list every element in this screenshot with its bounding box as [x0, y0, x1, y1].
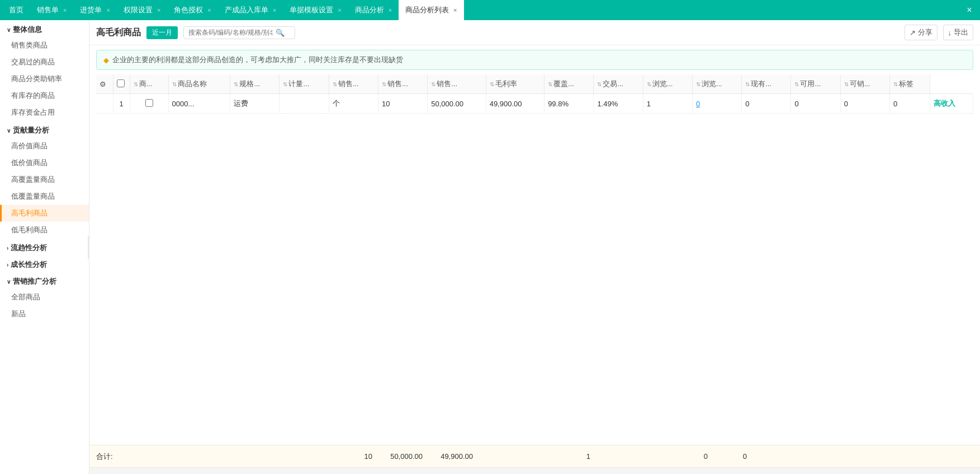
sidebar-item-0-0[interactable]: 销售类商品	[0, 37, 89, 54]
col-header-coverage[interactable]: ⇅覆盖...	[545, 74, 594, 94]
col-header-tag[interactable]: ⇅标签	[889, 74, 930, 94]
col-header-sale_amount[interactable]: ⇅销售...	[378, 74, 427, 94]
sort-icon: ⇅	[794, 81, 799, 87]
sidebar-group-4[interactable]: ∨营销推广分析	[0, 272, 89, 289]
tab-close-icon[interactable]: ×	[273, 7, 276, 13]
footer-current-stock: 0	[672, 452, 711, 461]
export-button[interactable]: ↓ 导出	[943, 25, 974, 40]
cell-current_stock: 0	[791, 94, 840, 114]
content-header: 高毛利商品 近一月 🔍 ↗ 分享 ↓ 导出	[89, 20, 980, 45]
sort-icon: ⇅	[647, 81, 651, 87]
nav-tab-单据模板设置[interactable]: 单据模板设置×	[283, 0, 348, 20]
cell-spec	[280, 94, 329, 114]
nav-tab-角色授权[interactable]: 角色授权×	[167, 0, 217, 20]
group-arrow-icon: ›	[7, 245, 8, 251]
nav-tab-权限设置[interactable]: 权限设置×	[117, 0, 167, 20]
bottom-scrollbar[interactable]	[89, 467, 980, 474]
sidebar-item-1-0[interactable]: 高价值商品	[0, 138, 89, 154]
sidebar-item-0-1[interactable]: 交易过的商品	[0, 54, 89, 71]
cell-usable_stock: 0	[840, 94, 889, 114]
main-container: « ∨整体信息销售类商品交易过的商品商品分类助销率有库存的商品库存资金占用∨贡献…	[0, 20, 980, 474]
sidebar-item-4-0[interactable]: 全部商品	[0, 289, 89, 306]
col-header-usable_stock[interactable]: ⇅可用...	[791, 74, 840, 94]
sidebar-group-1[interactable]: ∨贡献量分析	[0, 121, 89, 138]
cell-gross_margin: 99.8%	[545, 94, 594, 114]
col-header-sale_qty[interactable]: ⇅销售...	[329, 74, 378, 94]
cell-sale_profit: 49,900.00	[486, 94, 544, 114]
group-arrow-icon: ∨	[7, 279, 11, 285]
sidebar-item-1-2[interactable]: 高覆盖量商品	[0, 171, 89, 188]
sidebar-group-0[interactable]: ∨整体信息	[0, 20, 89, 37]
tab-close-icon[interactable]: ×	[157, 7, 160, 13]
cell-name: 运费	[230, 94, 280, 114]
col-header-name[interactable]: ⇅商品名称	[168, 74, 230, 94]
top-nav: 首页销售单×进货单×权限设置×角色授权×产成品入库单×单据模板设置×商品分析×商…	[0, 0, 980, 20]
share-button[interactable]: ↗ 分享	[905, 25, 938, 40]
col-header-browse2[interactable]: ⇅浏览...	[692, 74, 741, 94]
sidebar-item-1-4[interactable]: 高毛利商品	[0, 205, 89, 222]
search-input[interactable]	[188, 29, 272, 36]
col-header-spec[interactable]: ⇅规格...	[230, 74, 280, 94]
footer-cells: 10 50,000.00 49,900.00 1 0 0	[130, 452, 973, 461]
sidebar-item-1-3[interactable]: 低覆盖量商品	[0, 188, 89, 205]
group-arrow-icon: ›	[7, 262, 8, 268]
table-row: 10000...运费个1050,000.0049,900.0099.8%1.49…	[96, 94, 973, 114]
sidebar-item-4-1[interactable]: 新品	[0, 306, 89, 322]
tab-close-icon[interactable]: ×	[338, 7, 341, 13]
sort-icon: ⇅	[490, 81, 494, 87]
tab-close-icon[interactable]: ×	[453, 7, 457, 13]
close-all-button[interactable]: ×	[961, 2, 978, 18]
sidebar-item-0-2[interactable]: 商品分类助销率	[0, 71, 89, 87]
col-header-browse1[interactable]: ⇅浏览...	[643, 74, 692, 94]
tab-close-icon[interactable]: ×	[106, 7, 110, 13]
group-arrow-icon: ∨	[7, 128, 11, 134]
tab-close-icon[interactable]: ×	[63, 7, 67, 13]
footer-usable-stock: 0	[711, 452, 750, 461]
table-container: ⚙⇅商...⇅商品名称⇅规格...⇅计量...⇅销售...⇅销售...⇅销售..…	[89, 74, 980, 445]
footer-label: 合计:	[96, 452, 130, 462]
nav-tab-商品分析列表[interactable]: 商品分析列表×	[399, 0, 463, 20]
group-arrow-icon: ∨	[7, 27, 11, 33]
col-header-trade[interactable]: ⇅交易...	[594, 74, 643, 94]
col-header-sale_profit[interactable]: ⇅销售...	[428, 74, 486, 94]
info-banner: ◆ 企业的主要的利润都是这部分商品创造的，可考虑加大推广，同时关注库存是不要出现…	[96, 50, 973, 70]
page-title: 高毛利商品	[96, 27, 141, 39]
cell-unit: 个	[329, 94, 378, 114]
sidebar-toggle[interactable]: «	[88, 236, 89, 259]
col-header-saleable[interactable]: ⇅可销...	[840, 74, 889, 94]
share-label: 分享	[918, 27, 932, 37]
tab-close-icon[interactable]: ×	[389, 7, 392, 13]
group-label: 整体信息	[13, 25, 42, 35]
nav-tab-销售单[interactable]: 销售单×	[30, 0, 73, 20]
search-icon[interactable]: 🔍	[276, 29, 285, 37]
row-checkbox[interactable]	[145, 99, 153, 107]
nav-tab-产成品入库单[interactable]: 产成品入库单×	[218, 0, 283, 20]
select-all-checkbox[interactable]	[117, 79, 125, 87]
sort-icon: ⇅	[844, 81, 849, 87]
footer-sale-amount: 50,000.00	[376, 452, 426, 461]
sidebar-item-1-5[interactable]: 低毛利商品	[0, 222, 89, 238]
sidebar-group-2[interactable]: ›流趋性分析	[0, 238, 89, 255]
col-header-current_stock[interactable]: ⇅现有...	[742, 74, 791, 94]
nav-tab-进货单[interactable]: 进货单×	[73, 0, 116, 20]
col-header-gross_margin[interactable]: ⇅毛利率	[486, 74, 544, 94]
sidebar-item-1-1[interactable]: 低价值商品	[0, 154, 89, 171]
sidebar-item-0-4[interactable]: 库存资金占用	[0, 104, 89, 121]
nav-tab-首页[interactable]: 首页	[2, 0, 30, 20]
time-filter-button[interactable]: 近一月	[146, 26, 178, 39]
sidebar-group-3[interactable]: ›成长性分析	[0, 255, 89, 272]
export-label: 导出	[954, 27, 968, 37]
nav-tab-商品分析[interactable]: 商品分析×	[348, 0, 399, 20]
sort-icon: ⇅	[172, 81, 177, 87]
footer-sale-qty: 10	[337, 452, 376, 461]
export-icon: ↓	[948, 29, 952, 37]
sidebar-item-0-3[interactable]: 有库存的商品	[0, 87, 89, 104]
footer-unit	[303, 452, 337, 461]
footer-trade: 1	[555, 452, 594, 461]
settings-column-header[interactable]: ⚙	[96, 74, 113, 94]
browse-link[interactable]: 0	[696, 100, 700, 108]
col-header-code[interactable]: ⇅商...	[130, 74, 168, 94]
tab-close-icon[interactable]: ×	[207, 7, 211, 13]
col-header-unit[interactable]: ⇅计量...	[280, 74, 329, 94]
cell-coverage: 1.49%	[594, 94, 643, 114]
